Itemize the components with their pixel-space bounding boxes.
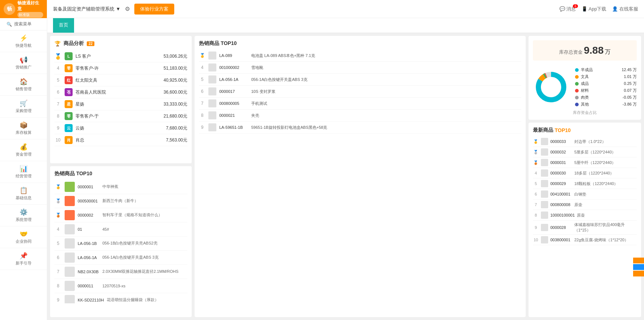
guide-label: 新手引导 [16,260,32,266]
hot-num-9: 9 [54,298,62,303]
hot-medal-3: 🥉 [54,213,62,218]
phone-icon: 📱 [582,6,587,12]
online-service[interactable]: 👤 在线客服 [612,6,638,12]
coop-icon: 🤝 [20,230,28,238]
rank-badge-6: 零 [65,112,73,120]
tab-home[interactable]: 首页 [53,18,74,33]
legend-value-6: -3.86 万 [623,102,637,107]
product-img-7 [208,123,216,131]
product-item-6: 8 0000021 夹壳 [199,110,521,122]
inventory-total-label: 库存总资金 [559,49,583,55]
legend-item-5: 肉类 -0.05 万 [575,95,637,100]
rank-name-2: 零售客户-许 [76,65,161,71]
rank-badge-2: 零 [65,64,73,72]
rank-num-6: 8 [54,114,62,119]
legend-value-5: -0.05 万 [623,95,637,100]
product-img-3 [208,75,216,83]
hot-num-4: 4 [54,227,62,232]
sidebar-item-finance[interactable]: 💰 资金管理 [0,139,47,161]
legend-dot-4 [575,89,579,93]
hot-name-7: 2.0X30MM双捶花轴捶花直径2.1MM/ROHS [102,269,187,274]
operation-label: 经营管理 [16,173,32,179]
sidebar-item-sales[interactable]: 🏠 销售管理 [0,74,47,96]
sidebar-nav: ⚡ 快捷导航 📢 营销推广 🏠 销售管理 🛒 采购管理 📦 库存核算 💰 资金管… [0,30,47,320]
app-download[interactable]: 📱 App下载 [582,6,606,12]
hot-products-title: 热销商品 TOP10 [54,171,92,177]
service-label: 在线客服 [619,6,638,12]
sidebar-logo: 畅 畅捷通好生意 标准版 [0,0,47,18]
legend-name-6: 其他 [581,102,620,107]
trial-button[interactable]: 体验行业方案 [134,4,174,15]
base-label: 基础信息 [16,195,32,201]
hot-products-header: 热销商品 TOP10 [54,171,187,177]
newest-medal-2: 🥈 [533,150,539,155]
sidebar-item-base[interactable]: 📋 基础信息 [0,183,47,205]
legend-value-3: 0.25 万 [624,81,637,86]
sidebar-item-quicknav[interactable]: ⚡ 快捷导航 [0,30,47,52]
product-img-4 [208,87,216,95]
newest-code-7: 000800008 [550,202,572,207]
newest-img-7 [541,201,548,208]
customer-rank-list: 🥇 L LS 客户 53,006.26元 4 零 零售客户-许 51,183.0… [54,50,187,146]
legend-name-1: 半成品 [581,67,619,73]
newest-img-8 [541,212,548,219]
marketing-icon: 📢 [20,56,28,64]
newest-code-8: 10000100001 [550,213,575,217]
settings-icon[interactable]: ⚙ [125,5,130,12]
newest-code-10: 003800001 [550,238,572,242]
rank-num-8: 10 [54,138,62,143]
message-badge-container[interactable]: 💬 6 消息 [559,6,576,12]
sidebar-item-guide[interactable]: 📌 新手引导 [0,248,47,270]
sidebar-item-purchase[interactable]: 🛒 采购管理 [0,96,47,118]
sidebar-item-operation[interactable]: 📊 经营管理 [0,161,47,183]
rank-value-4: 36,600.00元 [164,89,187,95]
sales-label: 销售管理 [16,86,32,92]
float-btn-service[interactable]: 客服热线 [633,258,644,263]
newest-num-6: 6 [533,192,539,196]
system-selector[interactable]: 装备及固定资产辅助管理系统 ▼ [53,6,121,12]
hot-item-8: 8 0000011 12070519-xs [54,279,187,293]
newest-num-10: 10 [533,238,539,242]
hot-code-4: 01 [78,227,99,231]
hot-img-6 [65,253,75,263]
hot-medal-1: 🥇 [54,184,62,189]
rank-name-6: 零售客户-于 [76,113,161,119]
newest-item-9: 9 0000028 体城嘉核味苏打饮品400毫升（1*15） [533,221,637,235]
product-item-4: 6 0000017 10S 变封罗浆 [199,86,521,98]
newest-name-2: 5厘多层（1220*2440） [574,149,637,155]
rank-item-7: 9 云 云扬 7,680.00元 [54,122,187,134]
hot-num-6: 6 [54,255,62,260]
product-code-3: LA-056-1A [219,77,248,82]
hot-img-4 [65,224,75,234]
sidebar-item-system[interactable]: ⚙️ 系统管理 [0,205,47,226]
sidebar-item-inventory[interactable]: 📦 库存核算 [0,118,47,139]
legend-name-4: 材料 [581,88,622,93]
rank-badge-1: L [65,52,73,60]
sidebar-item-marketing[interactable]: 📢 营销推广 [0,52,47,74]
rank-badge-4: 苍 [65,88,73,96]
inventory-card: 库存总资金 9.88 万 [529,36,641,120]
left-panel: 🏆 商品分析 22 🥇 L LS 客户 53,006.26元 4 零 零售客户-… [50,36,192,317]
newest-top10-card: 最新商品 TOP10 🥇 0000033 封边带（1.0*22） 🥈 00000… [529,123,641,317]
sidebar-item-coop[interactable]: 🤝 企业协同 [0,226,47,248]
search-icon: 🔍 [7,22,12,27]
newest-top10-title: 最新商品 [533,127,553,134]
product-img-1 [208,52,216,60]
newest-num-5: 5 [533,181,539,186]
newest-code-5: 0000029 [550,181,572,186]
float-btn-community[interactable]: 服务社区 [633,264,644,270]
hot-num-8: 8 [54,283,62,288]
inventory-chart-label: 库存资金占比 [533,110,637,115]
newest-img-9 [541,224,548,231]
newest-img-4 [541,169,548,177]
logo-badge: 标准版 [17,12,43,18]
hot-code-2: 000500001 [78,199,99,203]
hot-name-5: 056-1B白色按键开关壳ABS2壳 [102,241,187,246]
legend-name-3: 成品 [581,81,622,86]
product-code-6: 0000021 [219,113,248,118]
base-icon: 📋 [20,186,28,194]
search-menu[interactable]: 🔍 搜索菜单 [0,18,47,30]
product-img-2 [208,63,216,71]
float-btn-live[interactable]: 直播 [633,271,644,276]
newest-name-10: 22g鱼豆腐-烧烤味（1*12*20） [574,237,637,243]
